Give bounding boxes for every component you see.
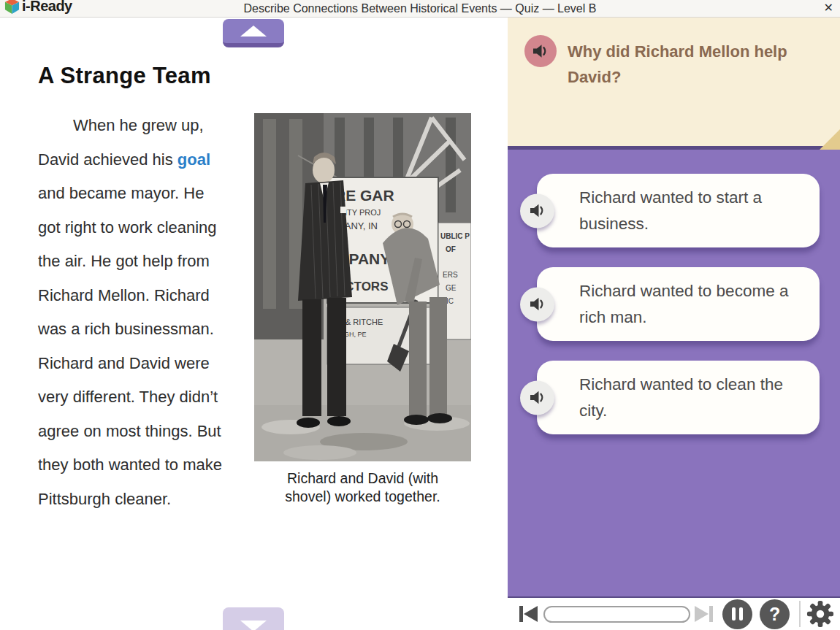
passage-text-segment: and became mayor. He got right to work c… xyxy=(38,184,222,508)
answer-list: Richard wanted to start a business. Rich… xyxy=(508,150,840,596)
settings-button[interactable] xyxy=(806,600,834,628)
answer-3-audio-button[interactable] xyxy=(520,380,554,415)
skip-back-button[interactable] xyxy=(517,604,539,623)
arrow-down-icon xyxy=(240,621,267,630)
skip-forward-icon xyxy=(693,604,715,623)
passage-title: A Strange Team xyxy=(38,63,471,89)
passage-photo: RE GAR RITY PROJ PANY, IN MPANY ACTORS L… xyxy=(254,113,471,461)
reading-panel: A Strange Team RE G xyxy=(0,18,508,630)
arrow-up-icon xyxy=(240,26,267,37)
speaker-icon xyxy=(528,296,547,313)
answer-option-1[interactable]: Richard wanted to start a business. xyxy=(537,174,820,247)
sign-text: OF xyxy=(446,245,456,253)
iready-cube-icon xyxy=(4,0,20,15)
speaker-icon xyxy=(528,202,547,220)
answer-text: Richard wanted to clean the city. xyxy=(579,372,806,424)
passage: A Strange Team RE G xyxy=(38,63,471,516)
sign-text: ERS xyxy=(443,271,458,279)
answer-1-audio-button[interactable] xyxy=(520,193,554,228)
skip-back-icon xyxy=(517,604,539,623)
iready-quiz-window: i-Ready Describe Connections Between His… xyxy=(0,0,840,630)
sign-text: UBLIC P xyxy=(440,232,470,240)
answer-option-2[interactable]: Richard wanted to become a rich man. xyxy=(537,267,820,341)
pause-button[interactable] xyxy=(722,599,752,629)
title-bar: i-Ready Describe Connections Between His… xyxy=(0,0,840,18)
question-panel: Why did Richard Mellon help David? Richa… xyxy=(508,18,840,630)
window-title: Describe Connections Between Historical … xyxy=(244,2,597,15)
photo-caption: Richard and David (with shovel) worked t… xyxy=(254,469,471,506)
question-box: Why did Richard Mellon help David? xyxy=(508,18,840,150)
sign-text: GE xyxy=(446,284,457,292)
passage-figure: RE GAR RITY PROJ PANY, IN MPANY ACTORS L… xyxy=(254,113,471,506)
skip-forward-button[interactable] xyxy=(693,604,715,623)
controls-divider xyxy=(799,601,801,627)
iready-logo: i-Ready xyxy=(4,0,72,15)
scroll-down-button[interactable] xyxy=(223,607,284,630)
speaker-icon xyxy=(528,389,547,407)
question-prompt: Why did Richard Mellon help David? xyxy=(568,35,812,131)
help-icon: ? xyxy=(769,604,780,625)
sign-text: IC xyxy=(446,297,454,305)
goal-vocab-link[interactable]: goal xyxy=(177,150,210,169)
close-icon[interactable]: ✕ xyxy=(824,1,833,15)
gear-icon xyxy=(806,600,834,628)
answer-option-3[interactable]: Richard wanted to clean the city. xyxy=(537,361,820,434)
audio-progress-bar[interactable] xyxy=(543,606,690,623)
question-audio-button[interactable] xyxy=(524,35,557,67)
speaker-icon xyxy=(531,42,550,60)
page-corner-fold xyxy=(820,129,840,150)
pause-icon xyxy=(732,607,743,621)
iready-logo-text: i-Ready xyxy=(22,0,72,15)
help-button[interactable]: ? xyxy=(760,599,790,629)
answer-text: Richard wanted to start a business. xyxy=(579,185,806,237)
audio-control-bar: ? xyxy=(508,596,840,630)
scroll-up-button[interactable] xyxy=(223,19,284,47)
answer-2-audio-button[interactable] xyxy=(520,287,554,321)
answer-text: Richard wanted to become a rich man. xyxy=(579,278,806,331)
